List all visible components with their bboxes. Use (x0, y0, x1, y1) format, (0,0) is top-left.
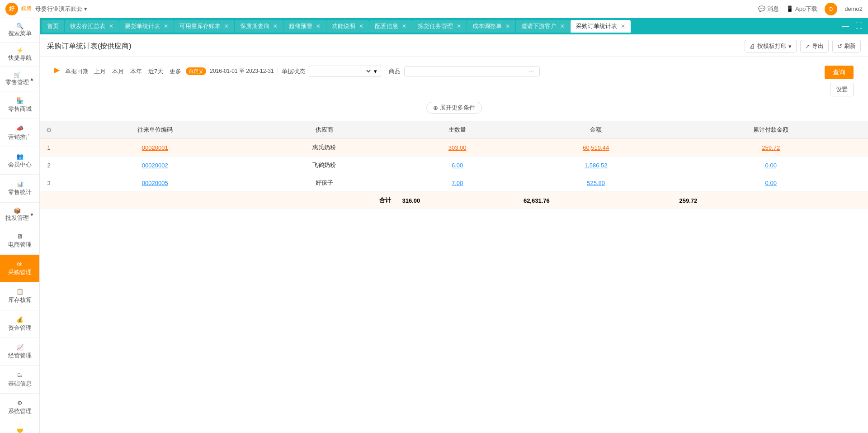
filter-right: 查询 设置 (825, 66, 854, 96)
tab-costadj[interactable]: 成本调整单 ✕ (467, 20, 515, 33)
logo-text: 标腾 (21, 5, 32, 13)
nav-icon: ⚡ (2, 47, 38, 54)
column-settings-icon[interactable]: ⚙ (46, 126, 52, 133)
sidebar-item-retailstore[interactable]: 🏪 零售商城 (0, 91, 39, 119)
tab-picktask-close-icon[interactable]: ✕ (457, 23, 461, 29)
sidebar-item-search[interactable]: 🔍 搜索菜单 (0, 18, 39, 43)
row-amount[interactable]: 525.80 (518, 174, 674, 192)
app-download-btn[interactable]: 📱 App下载 (786, 5, 817, 13)
row-amount[interactable]: 1,586.52 (518, 157, 674, 174)
row-qty[interactable]: 7.00 (396, 174, 518, 192)
refresh-button[interactable]: ↺ 刷新 (832, 40, 861, 52)
shortcut-this-year[interactable]: 本年 (128, 67, 144, 76)
tab-expiry[interactable]: 保质期查询 ✕ (235, 20, 283, 33)
table-head: ⚙ 往来单位编码 供应商 主数量 金额 累计付款金额 (40, 121, 868, 139)
sidebar-item-finance[interactable]: 💰 资金管理 (0, 310, 39, 338)
tab-overstock-close-icon[interactable]: ✕ (316, 23, 321, 29)
query-button[interactable]: 查询 (825, 66, 854, 79)
tab-funcguide-close-icon[interactable]: ✕ (359, 23, 363, 29)
tab-requisition[interactable]: 要货单统计表 ✕ (119, 20, 174, 33)
sidebar-item-inventory[interactable]: 📋 库存核算 (0, 282, 39, 310)
page-title: 采购订单统计表(按供应商) (47, 42, 132, 51)
sidebar-item-basic[interactable]: 🗂 基础信息 (0, 366, 39, 393)
tab-home[interactable]: 首页 (42, 20, 64, 33)
tab-purchasestat-label: 采购订单统计表 (576, 22, 617, 30)
sidebar-item-search-label: 搜索菜单 (2, 29, 38, 38)
sidebar-item-retailstat[interactable]: 📊 零售统计 (0, 175, 39, 202)
tab-collect[interactable]: 收发存汇总表 ✕ (65, 20, 119, 33)
date-range-text: 2016-01-01 至 2023-12-31 (210, 67, 274, 75)
tab-costadj-close-icon[interactable]: ✕ (505, 23, 510, 29)
row-code[interactable]: 00020001 (58, 139, 252, 157)
tab-config-label: 配置信息 (375, 22, 398, 30)
tab-minimize-icon[interactable]: — (840, 21, 851, 31)
sidebar-item-members[interactable]: 👥 会员中心 (0, 147, 39, 175)
row-qty[interactable]: 6.00 (396, 157, 518, 174)
filter-toggle-button[interactable]: ▶ (54, 66, 60, 74)
tab-purchasestat-close-icon[interactable]: ✕ (621, 23, 625, 29)
chevron-up-icon: ▲ (30, 76, 34, 81)
shortcut-more[interactable]: 更多 (168, 67, 183, 76)
filter-left: 单据日期 上月 本月 本年 近7天 更多 自定义 2016-01-01 至 20… (65, 66, 819, 77)
table-container: ⚙ 往来单位编码 供应商 主数量 金额 累计付款金额 1 (40, 121, 868, 209)
avatar[interactable]: D (825, 3, 837, 15)
sidebar-item-wholesale[interactable]: 📦 批发管理 ▼ (0, 203, 39, 227)
tab-picktask[interactable]: 拣货任务管理 ✕ (412, 20, 467, 33)
row-paid[interactable]: 259.72 (674, 139, 868, 157)
row-code[interactable]: 00020002 (58, 157, 252, 174)
table-foot: 合计 316.00 62,631.76 259.72 (40, 192, 868, 209)
row-code[interactable]: 00020005 (58, 174, 252, 192)
sidebar-item-retail[interactable]: 🛒 零售管理 ▲ (0, 67, 39, 91)
sidebar-item-marketing[interactable]: 📣 营销推广 (0, 119, 39, 147)
goods-input-wrapper[interactable]: ··· (404, 66, 540, 76)
row-paid[interactable]: 0.00 (674, 174, 868, 192)
status-filter-label: 单据状态 (282, 67, 305, 76)
basic-icon: 🗂 (2, 371, 38, 379)
status-select[interactable]: 待审核 已审核 (313, 67, 372, 75)
settings-button[interactable]: 设置 (830, 83, 854, 96)
row-qty[interactable]: 303.00 (396, 139, 518, 157)
workspace-select[interactable]: 母婴行业演示账套 ▾ (35, 5, 87, 13)
tab-available[interactable]: 可用量库存账本 ✕ (174, 20, 234, 33)
sidebar-item-purchase[interactable]: 🛍 采购管理 (0, 255, 39, 282)
tab-purchasestat[interactable]: 采购订单统计表 ✕ (571, 20, 631, 33)
sidebar-item-collab[interactable]: 🤝 企业协同 (0, 421, 39, 433)
tab-available-close-icon[interactable]: ✕ (224, 23, 229, 29)
message-btn[interactable]: 💬 消息 (758, 5, 779, 13)
tab-invite[interactable]: 邀请下游客户 ✕ (516, 20, 570, 33)
tab-collect-close-icon[interactable]: ✕ (109, 23, 113, 29)
row-amount[interactable]: 60,519.44 (518, 139, 674, 157)
goods-input[interactable] (408, 68, 525, 75)
shortcut-7days[interactable]: 近7天 (146, 67, 165, 76)
tab-expiry-close-icon[interactable]: ✕ (273, 23, 278, 29)
members-icon: 👥 (2, 152, 38, 161)
table-body: 1 00020001 惠氏奶粉 303.00 60,519.44 259.72 … (40, 139, 868, 192)
tab-overstock-label: 超储预警 (289, 22, 312, 30)
expand-more-row: ⊕ 展开更多条件 (47, 99, 861, 116)
chevron-down-icon: ▼ (30, 212, 34, 217)
status-select-wrapper[interactable]: 待审核 已审核 ▾ (309, 66, 381, 77)
tab-overstock[interactable]: 超储预警 ✕ (283, 20, 326, 33)
tab-funcguide-label: 功能说明 (332, 22, 355, 30)
date-shortcuts: 上月 本月 本年 近7天 更多 自定义 (92, 67, 206, 76)
row-paid[interactable]: 0.00 (674, 157, 868, 174)
tab-config[interactable]: 配置信息 ✕ (369, 20, 412, 33)
tab-invite-close-icon[interactable]: ✕ (560, 23, 565, 29)
tab-maximize-icon[interactable]: ⛶ (854, 21, 864, 31)
expand-more-button[interactable]: ⊕ 展开更多条件 (426, 102, 482, 114)
message-icon: 💬 (758, 5, 765, 12)
tab-funcguide[interactable]: 功能说明 ✕ (326, 20, 369, 33)
custom-date-badge[interactable]: 自定义 (186, 67, 206, 75)
print-button[interactable]: 🖨 按模板打印 ▾ (745, 40, 797, 52)
workspace-chevron-icon: ▾ (84, 5, 87, 12)
shortcut-last-month[interactable]: 上月 (92, 67, 108, 76)
sidebar-item-system[interactable]: ⚙ 系统管理 (0, 394, 39, 421)
sidebar-item-ecommerce[interactable]: 🖥 电商管理 (0, 227, 39, 255)
tab-config-close-icon[interactable]: ✕ (402, 23, 406, 29)
sidebar-item-operation[interactable]: 📈 经营管理 (0, 338, 39, 366)
goods-more-icon[interactable]: ··· (527, 68, 536, 75)
export-button[interactable]: ↗ 导出 (800, 40, 829, 52)
sidebar-item-quicknav[interactable]: ⚡ 快捷导航 (0, 43, 39, 67)
tab-requisition-close-icon[interactable]: ✕ (164, 23, 168, 29)
shortcut-this-month[interactable]: 本月 (110, 67, 126, 76)
